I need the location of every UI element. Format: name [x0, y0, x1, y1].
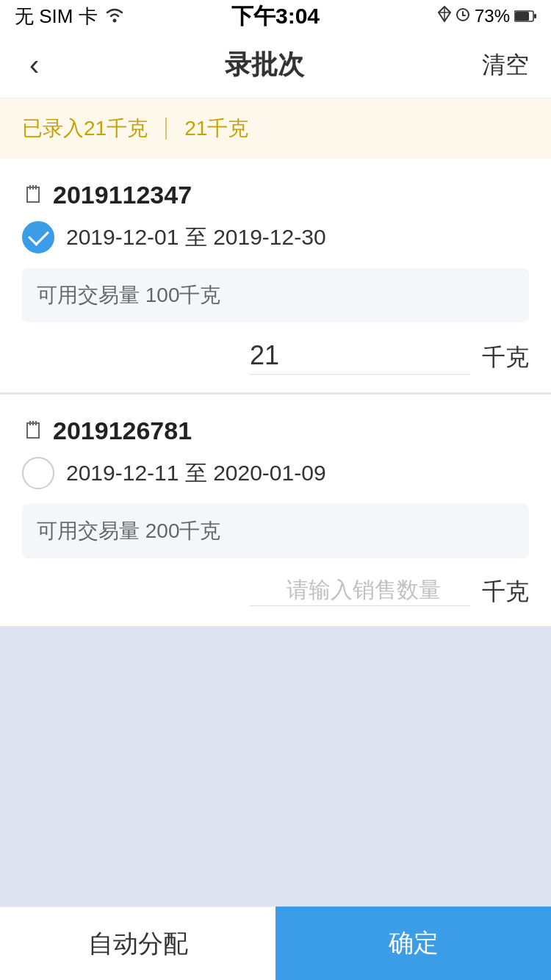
batch-id-2: 2019126781: [53, 417, 192, 445]
batch-date-1: 2019-12-01 至 2019-12-30: [66, 223, 326, 253]
batch-header-1: 🗒 2019112347: [22, 181, 529, 209]
total-label: 21千克: [184, 115, 248, 143]
confirm-button[interactable]: 确定: [276, 907, 551, 980]
batch-availability-1: 可用交易量 100千克: [22, 268, 529, 323]
wifi-icon: [104, 5, 126, 28]
page-title: 录批次: [225, 47, 304, 83]
batch-availability-2: 可用交易量 200千克: [22, 504, 529, 558]
content-area: 🗒 2019112347 2019-12-01 至 2019-12-30 可用交…: [0, 159, 551, 980]
batch-header-2: 🗒 2019126781: [22, 417, 529, 445]
svg-point-0: [112, 18, 116, 22]
battery-percentage: 73%: [475, 6, 510, 26]
status-left: 无 SIM 卡: [15, 4, 126, 29]
summary-bar: 已录入21千克 21千克: [0, 98, 551, 159]
nav-bar: ‹ 录批次 清空: [0, 32, 551, 98]
radio-button-2[interactable]: [22, 457, 54, 489]
quantity-input-2[interactable]: [250, 579, 441, 602]
input-underline-1: 21: [250, 340, 470, 375]
status-bar: 无 SIM 卡 下午3:04: [0, 0, 551, 32]
bottom-bar: 自动分配 确定: [0, 907, 551, 980]
summary-divider: [165, 118, 167, 140]
recorded-label: 已录入21千克: [22, 115, 148, 143]
svg-rect-8: [534, 14, 536, 18]
input-row-1: 21 千克: [0, 323, 551, 393]
batch-id-1: 2019112347: [53, 181, 192, 209]
status-time: 下午3:04: [231, 1, 320, 32]
input-row-2: 千克: [0, 558, 551, 627]
batch-date-2: 2019-12-11 至 2020-01-09: [66, 458, 326, 489]
carrier-text: 无 SIM 卡: [15, 4, 98, 29]
status-right: 73%: [438, 6, 536, 26]
batch-id-icon-2: 🗒: [22, 417, 46, 444]
radio-button-1[interactable]: [22, 221, 54, 253]
back-button[interactable]: ‹: [22, 41, 46, 89]
auto-distribute-button[interactable]: 自动分配: [0, 907, 276, 980]
battery-icon: [514, 6, 536, 26]
value-display-1: 21: [250, 340, 279, 370]
location-icon: [438, 6, 451, 26]
clear-button[interactable]: 清空: [482, 49, 529, 82]
input-unit-2: 千克: [482, 576, 529, 608]
batch-date-row-2[interactable]: 2019-12-11 至 2020-01-09: [22, 457, 529, 489]
batch-card-1: 🗒 2019112347 2019-12-01 至 2019-12-30 可用交…: [0, 159, 551, 323]
batch-date-row-1[interactable]: 2019-12-01 至 2019-12-30: [22, 221, 529, 253]
input-unit-1: 千克: [482, 342, 529, 374]
input-underline-2[interactable]: [250, 579, 470, 606]
batch-card-2: 🗒 2019126781 2019-12-11 至 2020-01-09 可用交…: [0, 394, 551, 558]
svg-rect-7: [515, 12, 529, 21]
alarm-icon: [455, 6, 470, 26]
batch-id-icon-1: 🗒: [22, 181, 46, 209]
